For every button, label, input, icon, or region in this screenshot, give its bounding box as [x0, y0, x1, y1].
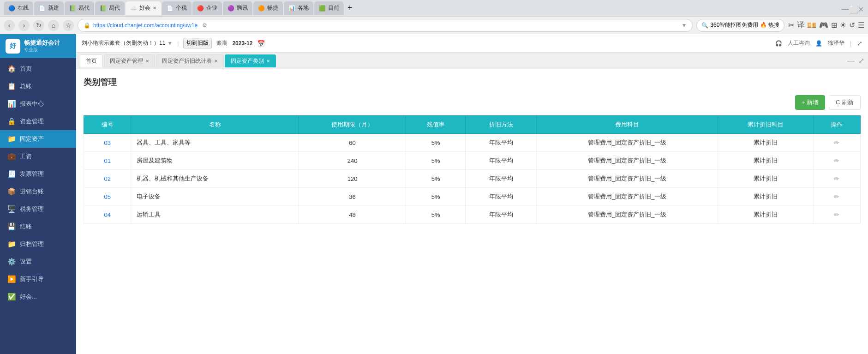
row-months: 60 [299, 134, 406, 152]
tab-expand-icon[interactable]: ⤢ [858, 56, 864, 65]
period-label: 账期 [216, 39, 227, 47]
sidebar-item-purchase[interactable]: 📦 进销台账 [0, 183, 76, 200]
table-header: 编号 名称 使用期限（月） 残值率 折旧方法 费用科目 累计折旧科目 操作 [84, 116, 861, 134]
sidebar-item-guide[interactable]: ▶️ 新手引导 [0, 270, 76, 288]
tab-label: 畅捷 [267, 4, 278, 12]
page-tab-asset-categories[interactable]: 固定资产类别 ✕ [225, 54, 276, 67]
row-acc-subject: 累计折旧 [718, 170, 813, 188]
sidebar-item-settings[interactable]: ⚙️ 设置 [0, 253, 76, 270]
browser-tab-changjie[interactable]: 🟠 畅捷 [253, 1, 283, 15]
page-title: 类别管理 [84, 77, 861, 88]
edit-icon[interactable]: ✏ [834, 157, 839, 164]
sidebar-item-archive[interactable]: 📁 归档管理 [0, 235, 76, 253]
page-tab-home[interactable]: 首页 [80, 54, 103, 67]
close-icon[interactable]: ✕ [858, 5, 864, 12]
calendar-icon[interactable]: 📅 [257, 40, 265, 47]
brightness-icon[interactable]: ☀ [840, 21, 846, 30]
sidebar-item-haohui[interactable]: ✅ 好会... [0, 288, 76, 306]
url-bar[interactable]: 🔒 https://cloud.chanjet.com/accounting/u… [78, 19, 693, 32]
edit-icon[interactable]: ✏ [834, 211, 839, 218]
topbar-right: 🎧 人工咨询 👤 徐泽华 | ⤢ [775, 39, 862, 47]
edit-icon[interactable]: ✏ [834, 193, 839, 200]
undo-icon[interactable]: ↺ [849, 21, 855, 30]
page-tab-depreciation-stats[interactable]: 固定资产折旧统计表 ✕ [156, 54, 224, 67]
edit-icon[interactable]: ✏ [834, 175, 839, 182]
refresh-button[interactable]: C 刷新 [829, 95, 861, 110]
depreciation-stats-label: 固定资产折旧统计表 [162, 57, 212, 65]
tab-label: 企业 [206, 4, 217, 12]
new-tab-button[interactable]: + [345, 3, 355, 13]
close-depreciation-stats-icon[interactable]: ✕ [214, 59, 218, 64]
add-button[interactable]: + 新增 [795, 95, 825, 110]
browser-tab-tengxun[interactable]: 🟣 腾讯 [223, 1, 252, 15]
browser-tab-qiye[interactable]: 🔴 企业 [192, 1, 222, 15]
translate-icon[interactable]: 译 [797, 20, 804, 30]
menu-icon[interactable]: ☰ [858, 21, 864, 30]
sidebar-item-home[interactable]: 🏠 首页 [0, 60, 76, 78]
browser-tab-haohui[interactable]: ☁️ 好会 ✕ [126, 1, 161, 15]
tab-label: 好会 [139, 4, 150, 12]
tab-label: 易代 [109, 4, 120, 12]
row-name: 器具、工具、家具等 [131, 134, 299, 152]
expand-icon[interactable]: ⤢ [857, 40, 862, 47]
tab-close-icon[interactable]: ✕ [153, 6, 156, 11]
forward-button[interactable]: › [18, 20, 30, 31]
search-bar[interactable]: 🔍 360智能抠图免费用 🔥 热搜 [696, 19, 784, 32]
payroll-icon: 💼 [7, 152, 16, 161]
sidebar-item-label: 结账 [20, 222, 32, 231]
grid-icon[interactable]: ⊞ [831, 21, 837, 30]
browser-tab-gedi[interactable]: 📊 各地 [284, 1, 313, 15]
row-action: ✏ [813, 134, 860, 152]
chevron-down-icon[interactable]: ▼ [167, 40, 173, 47]
browser-tab-online[interactable]: 🔵 在线 [4, 1, 33, 15]
close-fixed-assets-mgmt-icon[interactable]: ✕ [145, 59, 149, 64]
bookmark-button[interactable]: ☆ [63, 20, 74, 31]
maximize-icon[interactable]: ⬜ [850, 5, 856, 12]
closing-icon: 💾 [7, 222, 16, 231]
row-code: 02 [84, 170, 131, 188]
minimize-icon[interactable]: — [841, 5, 848, 12]
row-rate: 5% [406, 152, 465, 170]
close-asset-categories-icon[interactable]: ✕ [266, 59, 270, 64]
home-button[interactable]: ⌂ [48, 20, 59, 31]
browser-tab-new[interactable]: 📄 新建 [34, 1, 64, 15]
browser-tab-yidai2[interactable]: 📗 易代 [95, 1, 125, 15]
col-rate: 残值率 [406, 116, 465, 134]
sidebar-item-funds[interactable]: 🔒 资金管理 [0, 113, 76, 130]
sidebar-item-closing[interactable]: 💾 结账 [0, 218, 76, 235]
address-chevron-icon[interactable]: ▼ [681, 22, 687, 29]
game-icon[interactable]: 🎮 [819, 21, 828, 30]
row-subject: 管理费用_固定资产折旧_一级 [537, 206, 718, 224]
help-label[interactable]: 人工咨询 [788, 39, 810, 47]
back-button[interactable]: ‹ [4, 20, 15, 31]
sidebar-item-payroll[interactable]: 💼 工资 [0, 148, 76, 165]
sidebar-item-fixed-assets[interactable]: 📁 固定资产 [0, 130, 76, 148]
switch-version-button[interactable]: 切到旧版 [183, 38, 212, 48]
table-row: 04 运输工具 48 5% 年限平均 管理费用_固定资产折旧_一级 累计折旧 ✏ [84, 206, 861, 224]
table-row: 03 器具、工具、家具等 60 5% 年限平均 管理费用_固定资产折旧_一级 累… [84, 134, 861, 152]
sidebar-item-invoice[interactable]: 🧾 发票管理 [0, 165, 76, 183]
col-acc-subject: 累计折旧科目 [718, 116, 813, 134]
col-subject: 费用科目 [537, 116, 718, 134]
row-subject: 管理费用_固定资产折旧_一级 [537, 188, 718, 206]
page-tab-fixed-assets-mgmt[interactable]: 固定资产管理 ✕ [104, 54, 155, 67]
reload-button[interactable]: ↻ [33, 20, 44, 31]
tab-minimize-icon[interactable]: — [847, 57, 855, 65]
funds-icon: 🔒 [7, 117, 16, 126]
currency-icon[interactable]: 💴 [807, 21, 816, 30]
browser-tab-muqian[interactable]: 🟩 目前 [314, 1, 344, 15]
tab-label: 在线 [18, 4, 29, 12]
search-text: 360智能抠图免费用 🔥 热搜 [710, 21, 779, 29]
sidebar-item-ledger[interactable]: 📋 总账 [0, 78, 76, 95]
sidebar-item-label: 税务管理 [20, 205, 44, 213]
row-subject: 管理费用_固定资产折旧_一级 [537, 152, 718, 170]
help-icon[interactable]: 🎧 [775, 40, 782, 47]
browser-tab-geshui[interactable]: 📄 个税 [162, 1, 192, 15]
sidebar-item-tax[interactable]: 🖥️ 税务管理 [0, 200, 76, 218]
cut-icon[interactable]: ✂ [788, 21, 794, 30]
browser-tab-yidai1[interactable]: 📗 易代 [65, 1, 94, 15]
edit-icon[interactable]: ✏ [834, 139, 839, 146]
col-name: 名称 [131, 116, 299, 134]
tab-icon: 📄 [167, 5, 174, 12]
sidebar-item-reports[interactable]: 📊 报表中心 [0, 95, 76, 113]
